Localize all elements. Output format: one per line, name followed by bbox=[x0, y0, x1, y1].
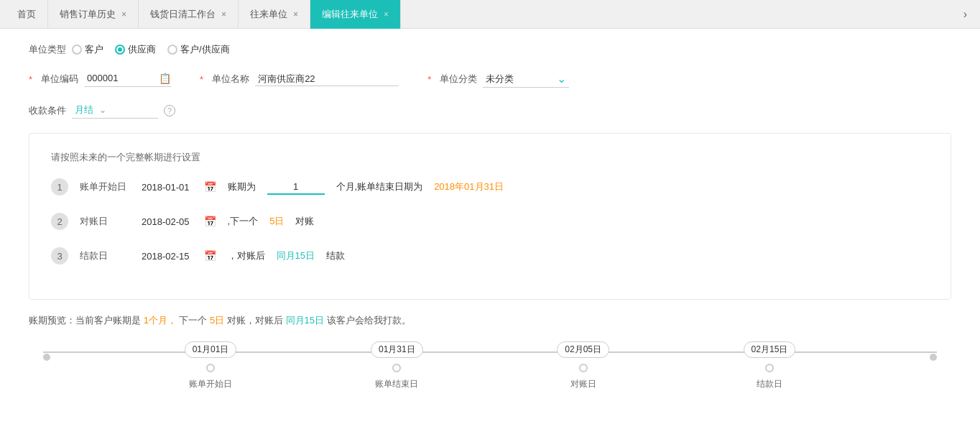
step-1-calendar-icon[interactable]: 📅 bbox=[204, 181, 216, 193]
step-2-calendar-icon[interactable]: 📅 bbox=[204, 216, 216, 227]
unit-code-field: * 单位编码 📋 bbox=[29, 71, 171, 87]
close-cash-work-icon[interactable]: × bbox=[221, 9, 226, 19]
step-1-end-date: 2018年01月31日 bbox=[434, 180, 504, 193]
timeline-sublabel-1: 账单结束日 bbox=[375, 378, 418, 390]
step-2-label: 对账日 bbox=[80, 215, 130, 228]
close-sales-history-icon[interactable]: × bbox=[121, 9, 126, 19]
radio-customer-supplier[interactable]: 客户/供应商 bbox=[167, 43, 230, 56]
payment-terms-row: 收款条件 月结 ⌄ ? bbox=[29, 102, 951, 119]
preview-payment-day: 同月15日 bbox=[286, 315, 324, 326]
preview-prefix: 账期预览：当前客户账期是 bbox=[29, 315, 141, 326]
payment-terms-help-icon[interactable]: ? bbox=[164, 105, 175, 116]
step-3-label: 结款日 bbox=[80, 249, 130, 262]
tab-bar: 首页 销售订单历史 × 钱货日清工作台 × 往来单位 × 编辑往来单位 × › bbox=[0, 0, 980, 29]
unit-type-radio-group: 客户 供应商 客户/供应商 bbox=[72, 43, 230, 56]
step-3-num: 3 bbox=[51, 247, 68, 264]
step-1-label: 账单开始日 bbox=[80, 180, 130, 193]
timeline-sublabel-3: 结款日 bbox=[757, 378, 782, 390]
step-1-period-unit: 个月,账单结束日期为 bbox=[336, 180, 423, 193]
unit-name-label: 单位名称 bbox=[212, 73, 249, 86]
unit-name-star: * bbox=[200, 74, 203, 85]
unit-code-input[interactable] bbox=[84, 71, 156, 85]
radio-supplier[interactable]: 供应商 bbox=[115, 43, 156, 56]
close-edit-partner-icon[interactable]: × bbox=[384, 9, 389, 19]
unit-code-label: 单位编码 bbox=[41, 73, 78, 86]
unit-category-star: * bbox=[427, 74, 431, 85]
step-2-desc-suffix: 对账 bbox=[295, 215, 314, 228]
timeline-item-1: 01月31日 账单结束日 bbox=[371, 341, 423, 390]
radio-customer-supplier-circle bbox=[167, 45, 177, 55]
tab-cash-work-label: 钱货日清工作台 bbox=[150, 8, 216, 21]
radio-customer-circle bbox=[72, 45, 82, 55]
tab-home[interactable]: 首页 bbox=[6, 0, 48, 29]
payment-terms-dropdown[interactable]: 月结 ⌄ bbox=[72, 102, 158, 119]
step-3-calendar-icon[interactable]: 📅 bbox=[204, 250, 216, 262]
step-2-desc-highlight: 5日 bbox=[269, 215, 284, 228]
expand-tab-icon[interactable]: › bbox=[956, 8, 974, 21]
radio-customer-supplier-label: 客户/供应商 bbox=[180, 43, 230, 56]
timeline-item-2: 02月05日 对账日 bbox=[557, 341, 609, 390]
unit-type-field: 单位类型 客户 供应商 客户/供应商 bbox=[29, 43, 230, 56]
panel-hint: 请按照未来的一个完整帐期进行设置 bbox=[51, 151, 929, 164]
unit-category-field: * 单位分类 未分类 ⌄ bbox=[427, 70, 569, 88]
preview-period: 1个月， bbox=[144, 315, 177, 326]
radio-supplier-label: 供应商 bbox=[128, 43, 156, 56]
timeline-start-dot bbox=[43, 354, 50, 361]
step-1-period-input[interactable] bbox=[267, 180, 325, 195]
timeline-dot-2 bbox=[579, 364, 588, 372]
unit-type-label: 单位类型 bbox=[29, 43, 66, 56]
step-2-row: 2 对账日 2018-02-05 📅 ,下一个 5日 对账 bbox=[51, 213, 929, 230]
step-1-num: 1 bbox=[51, 178, 68, 196]
billing-panel: 请按照未来的一个完整帐期进行设置 1 账单开始日 2018-01-01 📅 账期… bbox=[29, 133, 951, 300]
tab-partner-label: 往来单位 bbox=[250, 8, 287, 21]
radio-customer[interactable]: 客户 bbox=[72, 43, 103, 56]
step-3-desc-highlight: 同月15日 bbox=[277, 249, 315, 262]
unit-category-arrow-icon: ⌄ bbox=[557, 72, 566, 86]
tab-sales-history[interactable]: 销售订单历史 × bbox=[48, 0, 139, 29]
preview-suffix: 该客户会给我打款。 bbox=[327, 315, 411, 326]
tab-sales-history-label: 销售订单历史 bbox=[60, 8, 116, 21]
payment-terms-label: 收款条件 bbox=[29, 104, 66, 117]
timeline-tag-1: 01月31日 bbox=[371, 341, 423, 358]
unit-info-row: * 单位编码 📋 * 单位名称 * 单位分类 未分类 ⌄ bbox=[29, 70, 951, 88]
tab-edit-partner[interactable]: 编辑往来单位 × bbox=[310, 0, 401, 29]
payment-terms-value: 月结 bbox=[75, 104, 93, 116]
close-partner-icon[interactable]: × bbox=[293, 9, 298, 19]
timeline-sublabel-0: 账单开始日 bbox=[189, 378, 232, 390]
step-3-desc-prefix: ，对账后 bbox=[228, 249, 265, 262]
unit-type-row: 单位类型 客户 供应商 客户/供应商 bbox=[29, 43, 951, 56]
unit-category-select[interactable]: 未分类 ⌄ bbox=[483, 70, 569, 88]
timeline-dot-0 bbox=[206, 364, 215, 372]
step-2-date: 2018-02-05 bbox=[142, 216, 190, 227]
radio-supplier-circle bbox=[115, 45, 125, 55]
payment-terms-field: 收款条件 月结 ⌄ ? bbox=[29, 102, 175, 119]
timeline-tag-0: 01月01日 bbox=[185, 341, 237, 358]
tab-partner[interactable]: 往来单位 × bbox=[239, 0, 310, 29]
timeline-start-end bbox=[43, 347, 50, 390]
tab-edit-partner-label: 编辑往来单位 bbox=[322, 8, 378, 21]
timeline-end-cap bbox=[930, 347, 937, 390]
tab-home-label: 首页 bbox=[17, 8, 36, 21]
preview-reconcile-day: 5日 bbox=[210, 315, 224, 326]
timeline-sublabel-2: 对账日 bbox=[570, 378, 596, 390]
unit-name-input[interactable] bbox=[255, 72, 399, 86]
preview-reconcile-suffix: 对账，对账后 bbox=[227, 315, 283, 326]
timeline-tag-2: 02月05日 bbox=[557, 341, 609, 358]
preview-reconcile-prefix: 下一个 bbox=[179, 315, 207, 326]
unit-code-copy-icon[interactable]: 📋 bbox=[159, 73, 171, 84]
step-2-desc-prefix: ,下一个 bbox=[228, 215, 259, 228]
timeline-item-3: 02月15日 结款日 bbox=[744, 341, 796, 390]
unit-code-star: * bbox=[29, 74, 32, 85]
timeline-items: 01月01日 账单开始日 01月31日 账单结束日 02月05日 对账日 02月… bbox=[43, 341, 937, 390]
timeline-item-0: 01月01日 账单开始日 bbox=[185, 341, 237, 390]
tab-cash-work[interactable]: 钱货日清工作台 × bbox=[139, 0, 239, 29]
preview-text: 账期预览：当前客户账期是 1个月， 下一个 5日 对账，对账后 同月15日 该客… bbox=[29, 314, 951, 327]
timeline-tag-3: 02月15日 bbox=[744, 341, 796, 358]
unit-category-value: 未分类 bbox=[486, 73, 514, 86]
step-3-row: 3 结款日 2018-02-15 📅 ，对账后 同月15日 结款 bbox=[51, 247, 929, 264]
unit-category-label: 单位分类 bbox=[440, 73, 477, 86]
step-2-num: 2 bbox=[51, 213, 68, 230]
step-3-desc-suffix: 结款 bbox=[326, 249, 345, 262]
unit-code-input-wrapper: 📋 bbox=[84, 71, 171, 87]
timeline-dot-1 bbox=[392, 364, 401, 372]
